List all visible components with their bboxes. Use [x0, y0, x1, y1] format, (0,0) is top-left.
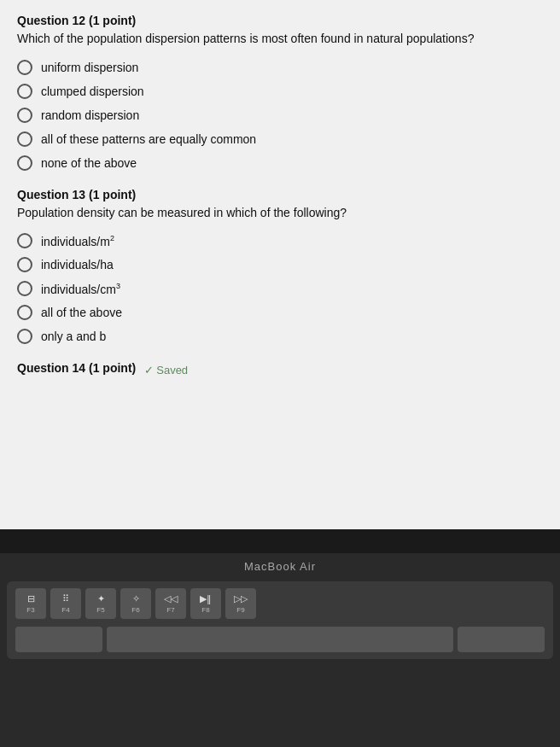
radio-button[interactable] [17, 257, 32, 272]
option-label: individuals/cm3 [41, 282, 120, 296]
screen-border-bar [0, 529, 560, 553]
f3-key[interactable]: ⊟ F3 [15, 588, 46, 619]
mission-control-icon: ⊟ [27, 593, 35, 604]
radio-button[interactable] [17, 108, 32, 123]
launchpad-icon: ⠿ [62, 593, 69, 604]
fast-forward-icon: ▷▷ [234, 593, 248, 604]
f9-key[interactable]: ▷▷ F9 [225, 588, 256, 619]
option-label: none of the above [41, 156, 137, 170]
f4-key[interactable]: ⠿ F4 [50, 588, 81, 619]
list-item[interactable]: individuals/ha [17, 257, 543, 272]
radio-button[interactable] [17, 329, 32, 344]
list-item[interactable]: individuals/cm3 [17, 281, 543, 296]
option-label: uniform dispersion [41, 61, 138, 74]
screen: Question 12 (1 point) Which of the popul… [0, 0, 560, 529]
question-13-text: Population density can be measured in wh… [17, 205, 543, 222]
radio-button[interactable] [17, 84, 32, 99]
option-label: individuals/ha [41, 258, 114, 271]
bottom-key-row [15, 627, 545, 652]
option-label: all of these patterns are equally common [41, 132, 256, 146]
brightness-up-icon: ✧ [132, 593, 140, 604]
saved-status: ✓Saved [144, 364, 188, 376]
radio-button[interactable] [17, 281, 32, 296]
list-item[interactable]: uniform dispersion [17, 60, 543, 75]
question-14-row: Question 14 (1 point) ✓Saved [17, 361, 543, 378]
macbook-brand-label: MacBook Air [244, 560, 316, 573]
radio-button[interactable] [17, 233, 32, 248]
checkmark-icon: ✓ [144, 364, 154, 376]
option-label: all of the above [41, 306, 122, 319]
question-14-header: Question 14 (1 point) [17, 361, 136, 375]
key-placeholder-1[interactable] [15, 627, 102, 652]
list-item[interactable]: all of the above [17, 305, 543, 320]
f6-key[interactable]: ✧ F6 [120, 588, 151, 619]
bottom-bezel: MacBook Air ⊟ F3 ⠿ F4 ✦ F5 ✧ F6 ◁◁ F7 [0, 529, 560, 747]
list-item[interactable]: all of these patterns are equally common [17, 131, 543, 147]
list-item[interactable]: none of the above [17, 155, 543, 171]
key-placeholder-3[interactable] [458, 627, 545, 652]
f8-key[interactable]: ▶‖ F8 [190, 588, 221, 619]
option-label: random dispersion [41, 108, 139, 122]
question-12-text: Which of the population dispersion patte… [17, 31, 543, 48]
question-12-header: Question 12 (1 point) [17, 14, 543, 27]
keyboard: ⊟ F3 ⠿ F4 ✦ F5 ✧ F6 ◁◁ F7 ▶‖ F8 [7, 581, 553, 659]
f5-key[interactable]: ✦ F5 [85, 588, 116, 619]
radio-button[interactable] [17, 305, 32, 320]
question-12-options: uniform dispersion clumped dispersion ra… [17, 60, 543, 171]
question-13-header: Question 13 (1 point) [17, 188, 543, 201]
radio-button[interactable] [17, 155, 32, 171]
radio-button[interactable] [17, 131, 32, 147]
option-label: clumped dispersion [41, 85, 144, 98]
list-item[interactable]: individuals/m2 [17, 233, 543, 248]
list-item[interactable]: random dispersion [17, 108, 543, 123]
rewind-icon: ◁◁ [164, 593, 178, 604]
radio-button[interactable] [17, 60, 32, 75]
question-13-options: individuals/m2 individuals/ha individual… [17, 233, 543, 344]
play-pause-icon: ▶‖ [200, 593, 212, 604]
brightness-down-icon: ✦ [97, 593, 105, 604]
list-item[interactable]: only a and b [17, 329, 543, 344]
f7-key[interactable]: ◁◁ F7 [155, 588, 186, 619]
list-item[interactable]: clumped dispersion [17, 84, 543, 99]
option-label: individuals/m2 [41, 234, 114, 248]
function-key-row: ⊟ F3 ⠿ F4 ✦ F5 ✧ F6 ◁◁ F7 ▶‖ F8 [15, 588, 545, 619]
content-area: Question 12 (1 point) Which of the popul… [0, 0, 560, 529]
option-label: only a and b [41, 330, 106, 343]
key-placeholder-2[interactable] [107, 627, 454, 652]
